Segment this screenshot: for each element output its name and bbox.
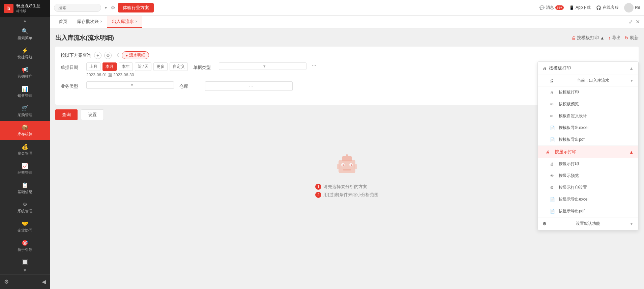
- sidebar-item-label: 销售管理: [18, 93, 32, 98]
- filter-doc-type-field[interactable]: ▼: [219, 62, 306, 70]
- sidebar-item-label: 系统管理: [18, 209, 32, 214]
- filter-add-btn[interactable]: +: [94, 52, 101, 59]
- online-service-btn[interactable]: 🎧 在线客服: [596, 5, 619, 10]
- date-btn-more[interactable]: 更多: [153, 62, 168, 71]
- search-btn[interactable]: 查询: [55, 109, 78, 120]
- step-1-text: 请先选择要分析的方案: [323, 184, 367, 190]
- printer-dropdown-icon: 🖨: [543, 66, 547, 71]
- sidebar-scroll-up[interactable]: ▲: [0, 17, 50, 25]
- sidebar-item-operation[interactable]: 📈 经营管理: [0, 159, 50, 179]
- filter-tag-icon: ●: [125, 53, 128, 58]
- finance-icon: 💰: [22, 143, 28, 150]
- tab-flow[interactable]: 出入库流水 ×: [107, 16, 142, 28]
- filter-doc-type-arrow: ▼: [263, 64, 303, 68]
- dropdown-template-export-pdf[interactable]: 📄 按模板导出pdf: [538, 134, 638, 146]
- topbar-left: ▼ ⚙ 体验行业方案: [54, 3, 539, 12]
- print-template-btn[interactable]: 🖨 按模板打印 ▲: [571, 35, 605, 41]
- sidebar-item-inventory[interactable]: 📦 库存核算: [0, 121, 50, 140]
- sidebar-item-label: 企业协同: [18, 228, 32, 233]
- dropdown-template-preview[interactable]: 👁 按模板预览: [538, 98, 638, 110]
- guide-icon: 🎯: [22, 240, 28, 246]
- tab-batch[interactable]: 库存批次账 ×: [72, 16, 107, 28]
- date-btn-current[interactable]: 本月: [103, 62, 117, 71]
- app-download-label: App下载: [576, 5, 591, 10]
- inventory-icon: 📦: [22, 124, 28, 131]
- sidebar-item-search[interactable]: 🔍 搜索菜单: [0, 25, 50, 44]
- sidebar-scroll-down[interactable]: ▼: [0, 266, 50, 274]
- sidebar-item-label: 搜索菜单: [18, 35, 32, 41]
- filter-settings-btn[interactable]: ⚙: [104, 52, 112, 59]
- template-print-section-icon: 🖨: [549, 78, 554, 83]
- dropdown-display-print-settings[interactable]: ⚙ 按显示打印设置: [538, 182, 638, 193]
- topbar-dropdown-arrow[interactable]: ▼: [104, 5, 108, 10]
- dropdown-display-print[interactable]: 🖨 按显示打印: [538, 158, 638, 170]
- app-title: 畅捷通好生意: [16, 3, 40, 9]
- dropdown-display-print-header[interactable]: 🖨 按显示打印 ▲: [538, 146, 638, 158]
- collapse-sidebar-icon[interactable]: ◀: [42, 279, 46, 285]
- export-btn[interactable]: ↑ 导出: [609, 35, 621, 41]
- export-label: 导出: [612, 35, 621, 41]
- filter-business-field[interactable]: ▼: [86, 81, 174, 89]
- dropdown-current-arrow-icon: ▼: [630, 79, 634, 83]
- date-btn-custom[interactable]: 自定义: [170, 62, 188, 71]
- display-section-up-arrow: ▲: [629, 150, 634, 155]
- tabs-right-controls: ⤢ ✕: [628, 19, 640, 25]
- tab-batch-label: 库存批次账: [77, 19, 99, 25]
- sidebar-item-marketing[interactable]: 📢 营销推广: [0, 63, 50, 82]
- sidebar-item-app-center[interactable]: 🔲 应用中心: [0, 256, 50, 266]
- dropdown-template-custom[interactable]: ✏ 模板自定义设计: [538, 110, 638, 122]
- tab-close-all-btn[interactable]: ✕: [636, 19, 640, 25]
- tab-home[interactable]: 首页: [54, 16, 72, 28]
- app-subtitle: 标准版: [16, 9, 40, 14]
- trial-btn[interactable]: 体验行业方案: [118, 3, 154, 12]
- sidebar-item-system[interactable]: ⚙ 系统管理: [0, 198, 50, 217]
- sidebar-item-finance[interactable]: 💰 资金管理: [0, 140, 50, 159]
- tab-flow-close[interactable]: ×: [135, 19, 138, 24]
- sidebar-item-basic[interactable]: 📋 基础信息: [0, 179, 50, 198]
- tab-maximize-btn[interactable]: ⤢: [628, 19, 633, 25]
- filter-label: 按以下方案查询: [61, 52, 91, 58]
- sidebar-item-guide[interactable]: 🎯 新手引导: [0, 236, 50, 256]
- dropdown-footer-label[interactable]: 设置默认功能: [576, 221, 600, 227]
- filter-warehouse-field[interactable]: ···: [205, 81, 293, 91]
- refresh-btn[interactable]: ↻ 刷新: [625, 35, 639, 41]
- filter-doc-type-label: 单据类型: [193, 62, 213, 71]
- page-content: 出入库流水(流水明细) 🖨 按模板打印 ▲ ↑ 导出 ↻ 刷新: [50, 28, 644, 289]
- date-btn-year[interactable]: 本年: [119, 62, 133, 71]
- dropdown-display-preview[interactable]: 👁 按显示预览: [538, 170, 638, 182]
- topbar-settings-icon[interactable]: ⚙: [111, 4, 115, 11]
- marketing-icon: 📢: [22, 67, 28, 73]
- dropdown-current-text: 当前：出入库流水: [577, 78, 609, 83]
- sidebar-item-collab[interactable]: 🤝 企业协同: [0, 217, 50, 236]
- svg-rect-0: [339, 160, 355, 173]
- settings-footer-icon[interactable]: ⚙: [4, 279, 9, 285]
- page-actions: 🖨 按模板打印 ▲ ↑ 导出 ↻ 刷新: [571, 35, 639, 41]
- app-download-btn[interactable]: 📱 App下载: [569, 5, 591, 10]
- empty-steps-list: 1 请先选择要分析的方案 2 用[过滤]条件来缩小分析范围: [315, 184, 378, 200]
- dropdown-template-export-excel[interactable]: 📄 按模板导出excel: [538, 122, 638, 134]
- user-menu[interactable]: Rit: [624, 3, 640, 12]
- sidebar-item-label: 经营管理: [18, 170, 32, 175]
- sidebar-item-shortcut[interactable]: ⚡ 快捷导航: [0, 44, 50, 63]
- dropdown-display-export-excel[interactable]: 📄 按显示导出excel: [538, 193, 638, 205]
- dropdown-template-print[interactable]: 🖨 按模板打印: [538, 86, 638, 98]
- date-btn-week[interactable]: 近7天: [135, 62, 151, 71]
- tab-batch-close[interactable]: ×: [100, 19, 103, 24]
- sidebar-item-purchase[interactable]: 🛒 采购管理: [0, 102, 50, 121]
- dropdown-header-right: ▲: [629, 66, 634, 71]
- filter-tag-water[interactable]: ● 流水明细: [122, 51, 149, 59]
- message-label: 消息: [546, 5, 554, 10]
- setting-btn[interactable]: 设置: [81, 109, 104, 120]
- date-btn-prev[interactable]: 上月: [86, 62, 100, 71]
- filter-doc-type-more[interactable]: ···: [312, 62, 316, 69]
- message-icon: 💬: [539, 5, 545, 10]
- filter-warehouse-more[interactable]: ···: [249, 83, 290, 89]
- sidebar-item-sales[interactable]: 📊 销售管理: [0, 82, 50, 102]
- filter-collapse-icon[interactable]: 《: [114, 52, 119, 58]
- empty-robot-icon: [333, 151, 360, 178]
- svg-rect-9: [354, 164, 357, 169]
- message-btn[interactable]: 💬 消息 99+: [539, 5, 564, 10]
- dropdown-display-export-pdf[interactable]: 📄 按显示导出pdf: [538, 205, 638, 217]
- svg-rect-8: [337, 164, 340, 169]
- topbar-search-input[interactable]: [54, 4, 101, 12]
